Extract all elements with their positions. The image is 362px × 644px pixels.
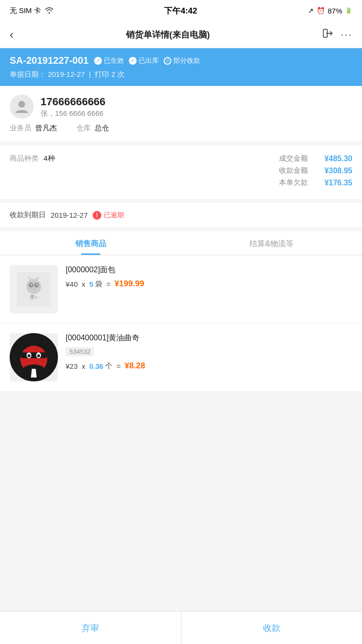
badge-effective: ✓ 已生效 — [94, 56, 124, 65]
product-name-1: [0000002]面包 — [66, 265, 352, 275]
svg-point-20 — [37, 354, 40, 357]
tab-sales-products[interactable]: 销售商品 — [0, 231, 181, 255]
status-right: ↗ ⏰ 87% 🔋 — [308, 7, 352, 15]
product-item: [000400001]黄油曲奇 534532 ¥23 x 0.36 个 = ¥8… — [0, 323, 362, 392]
product-type-summary: 商品种类 4种 — [10, 154, 55, 163]
order-date: 单据日期： 2019-12-27 | 打印 2 次 — [10, 70, 352, 79]
back-button[interactable]: ‹ — [10, 28, 14, 42]
tabs-row: 销售商品 结算&物流等 — [0, 231, 362, 255]
customer-section: 17666666666 张，156 6666 6666 业务员 曾凡杰 仓库 总… — [0, 86, 362, 141]
location-icon: ↗ — [308, 7, 314, 14]
avatar — [10, 95, 34, 119]
carrier-text: 无 SIM 卡 — [10, 6, 41, 15]
wifi-icon — [45, 7, 54, 15]
customer-info: 17666666666 张，156 6666 6666 — [41, 96, 106, 118]
badge-partial: ⏱ 部分收款 — [164, 56, 200, 65]
tabs-section: 销售商品 结算&物流等 — [0, 231, 362, 255]
svg-point-9 — [36, 284, 38, 286]
debt-row: 本单欠款 ¥176.35 — [279, 178, 352, 187]
customer-meta: 业务员 曾凡杰 仓库 总仓 — [10, 124, 352, 133]
products-section: 景+ [0000002]面包 ¥40 x 5 袋 = ¥199.99 — [0, 255, 362, 392]
amount-summary: 成交金额 ¥485.30 收款金额 ¥308.95 本单欠款 ¥176.35 — [279, 154, 352, 190]
check-icon-1: ✓ — [94, 57, 102, 65]
overdue-badge: ! 已逾期 — [93, 211, 124, 220]
status-time: 下午4:42 — [164, 5, 197, 16]
svg-point-1 — [18, 101, 25, 108]
nav-bar: ‹ 销货单详情(来自电脑) ··· — [0, 21, 362, 48]
battery-text: 87% — [328, 7, 342, 15]
received-row: 收款金额 ¥308.95 — [279, 166, 352, 175]
nav-actions: ··· — [322, 28, 352, 41]
customer-name: 17666666666 — [41, 96, 106, 108]
page-title: 销货单详情(来自电脑) — [126, 29, 210, 41]
product-image-1: 景+ — [10, 265, 58, 313]
svg-rect-16 — [20, 352, 47, 358]
status-left: 无 SIM 卡 — [10, 6, 54, 15]
summary-section: 商品种类 4种 成交金额 ¥485.30 收款金额 ¥308.95 本单欠款 ¥… — [0, 145, 362, 199]
due-date: 2019-12-27 — [51, 211, 88, 219]
alarm-icon: ⏰ — [317, 7, 325, 14]
overdue-text: 已逾期 — [104, 211, 124, 220]
customer-sub: 张，156 6666 6666 — [41, 109, 106, 118]
due-label: 收款到期日 — [10, 210, 46, 220]
order-header: SA-20191227-001 ✓ 已生效 ✓ 已出库 ⏱ 部分收款 单据日期：… — [0, 48, 362, 86]
overdue-icon: ! — [93, 211, 101, 220]
salesperson-meta: 业务员 曾凡杰 — [10, 124, 57, 133]
warehouse-meta: 仓库 总仓 — [76, 124, 109, 133]
cancel-button[interactable]: 弃审 — [0, 612, 181, 644]
amount-row: 成交金额 ¥485.30 — [279, 154, 352, 163]
tab-settlement[interactable]: 结算&物流等 — [181, 231, 362, 255]
badge-shipped: ✓ 已出库 — [129, 56, 159, 65]
clock-icon: ⏱ — [164, 57, 171, 65]
product-info-1: [0000002]面包 ¥40 x 5 袋 = ¥199.99 — [66, 265, 352, 313]
share-icon[interactable] — [322, 28, 333, 41]
product-tag-2: 534532 — [66, 347, 94, 356]
confirm-button[interactable]: 收款 — [181, 612, 362, 644]
product-name-2: [000400001]黄油曲奇 — [66, 333, 352, 343]
product-info-2: [000400001]黄油曲奇 534532 ¥23 x 0.36 个 = ¥8… — [66, 333, 352, 381]
product-price-1: ¥40 x 5 袋 = ¥199.99 — [66, 279, 352, 289]
svg-point-8 — [31, 284, 32, 286]
bottom-bar: 弃审 收款 — [0, 611, 362, 644]
check-icon-2: ✓ — [129, 57, 137, 65]
status-badges: ✓ 已生效 ✓ 已出库 ⏱ 部分收款 — [94, 56, 200, 65]
product-image-2 — [10, 333, 58, 381]
product-item: 景+ [0000002]面包 ¥40 x 5 袋 = ¥199.99 — [0, 255, 362, 323]
svg-point-19 — [28, 354, 30, 357]
product-price-2: ¥23 x 0.36 个 = ¥8.28 — [66, 361, 352, 371]
svg-point-3 — [27, 279, 42, 294]
order-id: SA-20191227-001 — [10, 55, 88, 66]
more-icon[interactable]: ··· — [341, 28, 352, 41]
svg-text:景+: 景+ — [30, 294, 38, 300]
customer-row: 17666666666 张，156 6666 6666 — [10, 95, 352, 119]
status-bar: 无 SIM 卡 下午4:42 ↗ ⏰ 87% 🔋 — [0, 0, 362, 21]
due-section: 收款到期日 2019-12-27 ! 已逾期 — [0, 203, 362, 227]
battery-icon: 🔋 — [345, 7, 352, 14]
